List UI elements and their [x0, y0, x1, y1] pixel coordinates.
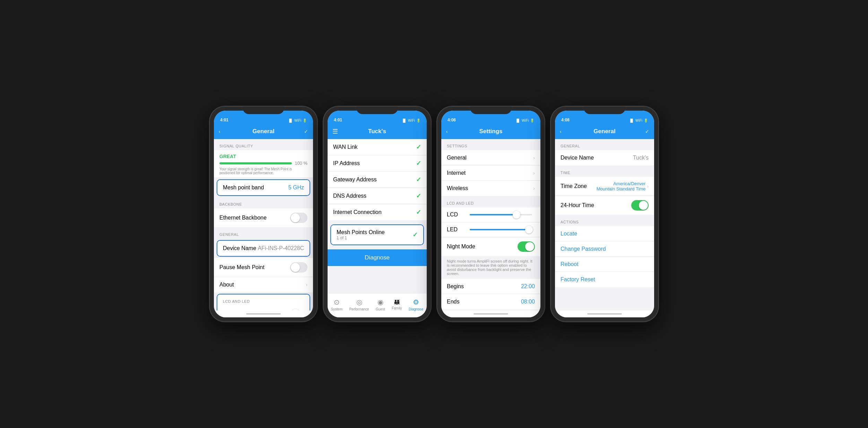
internet-settings-label: Internet: [447, 170, 466, 176]
lcd-led-box-1: LCD AND LED LED Night Mode: [217, 294, 310, 310]
reboot-row[interactable]: Reboot: [555, 257, 654, 272]
signal-progress-row: 100 %: [219, 161, 307, 166]
internet-check: ✓: [416, 208, 421, 216]
nav-check-1[interactable]: ✓: [304, 129, 308, 134]
mesh-points-text: Mesh Points Online 1 of 1: [337, 229, 385, 240]
mesh-points-sub: 1 of 1: [337, 236, 385, 240]
led-thumb[interactable]: [292, 309, 300, 310]
mesh-band-box[interactable]: Mesh point band 5 GHz: [217, 179, 310, 196]
pause-mesh-row[interactable]: Pause Mesh Point: [214, 258, 313, 277]
nav-menu-2[interactable]: ☰: [332, 128, 338, 135]
section-actions: ACTIONS: [555, 215, 654, 226]
ip-check: ✓: [416, 160, 421, 167]
hour24-row[interactable]: 24-Hour Time: [555, 196, 654, 215]
ends-row[interactable]: Ends 08:00: [441, 294, 540, 309]
lcd-slider-row[interactable]: LCD: [441, 207, 540, 222]
begins-row[interactable]: Begins 22:00: [441, 279, 540, 294]
dns-row: DNS Address ✓: [328, 188, 427, 204]
status-icons-1: ▐▌ WiFi 🔋: [288, 119, 307, 122]
toggle-thumb-night-3: [525, 242, 534, 251]
night-mode-toggle-3[interactable]: [518, 241, 535, 252]
family-tab-label: Family: [392, 306, 402, 310]
tab-system[interactable]: ⊙ System: [331, 298, 342, 311]
tab-guest[interactable]: ◉ Guest: [376, 298, 385, 311]
timezone-row[interactable]: Time Zone America/DenverMountain Standar…: [555, 177, 654, 196]
section-backbone: BACKBONE: [214, 197, 313, 208]
general-group-4: Device Name Tuck's: [555, 150, 654, 165]
led-slider-row[interactable]: LED: [217, 306, 310, 310]
lcd-slider[interactable]: [470, 214, 532, 215]
time-2: 4:01: [334, 118, 342, 122]
locate-row[interactable]: Locate: [555, 226, 654, 241]
mesh-points-box: Mesh Points Online 1 of 1 ✓: [330, 224, 424, 245]
mesh-points-check: ✓: [413, 231, 418, 239]
mesh-band-row[interactable]: Mesh point band 5 GHz: [217, 180, 310, 195]
toggle-thumb-pause: [291, 263, 300, 272]
led-thumb-3[interactable]: [525, 226, 533, 233]
section-general-1: GENERAL: [214, 228, 313, 239]
begins-label: Begins: [447, 283, 464, 290]
wifi-icon-4: WiFi: [635, 119, 642, 122]
lcd-thumb[interactable]: [513, 211, 520, 219]
locate-label[interactable]: Locate: [561, 231, 577, 237]
signal-desc: Your signal strength is great! The Mesh …: [219, 167, 307, 175]
notch-4: [584, 106, 625, 114]
device-name-box[interactable]: Device Name AFi-INS-P-40228C: [217, 240, 310, 257]
general-chevron: ›: [533, 155, 535, 161]
change-password-row[interactable]: Change Password: [555, 241, 654, 257]
internet-chevron: ›: [533, 170, 535, 176]
tab-family[interactable]: 👨‍👩‍👧 Family: [392, 299, 402, 310]
diagnose-button[interactable]: Diagnose: [328, 249, 427, 266]
wireless-settings-row[interactable]: Wireless ›: [441, 181, 540, 196]
gateway-label: Gateway Address: [333, 177, 376, 183]
nav-bar-3: ‹ Settings: [441, 124, 540, 139]
hour24-toggle[interactable]: [631, 200, 649, 211]
content-3: SETTINGS General › Internet › Wireless ›: [441, 139, 540, 310]
nav-back-4[interactable]: ‹: [560, 129, 562, 134]
home-indicator-4: [555, 310, 654, 317]
phone-1-frame: 4:01 ▐▌ WiFi 🔋 ‹ General ✓ SIGNAL QUALIT…: [210, 106, 317, 322]
factory-reset-label[interactable]: Factory Reset: [561, 276, 595, 283]
performance-icon: ◎: [356, 298, 362, 306]
phone-3-frame: 4:06 ▐▌ WiFi 🔋 ‹ Settings SETTINGS Gener…: [437, 106, 545, 322]
begins-value: 22:00: [521, 283, 535, 290]
nav-bar-1: ‹ General ✓: [214, 124, 313, 139]
factory-reset-row[interactable]: Factory Reset: [555, 272, 654, 287]
time-1: 4:01: [220, 118, 228, 122]
performance-tab-label: Performance: [349, 307, 369, 311]
wifi-icon-2: WiFi: [408, 119, 415, 122]
night-mode-note-3: Night mode turns AmpliFi screen off duri…: [441, 256, 540, 279]
nav-check-4[interactable]: ✓: [645, 129, 649, 134]
device-name-row-4[interactable]: Device Name Tuck's: [555, 150, 654, 165]
pause-mesh-toggle[interactable]: [290, 262, 307, 273]
reboot-label[interactable]: Reboot: [561, 261, 579, 267]
ethernet-backbone-toggle[interactable]: [290, 213, 307, 223]
nav-bar-4: ‹ General ✓: [555, 124, 654, 139]
led-fill-3: [470, 229, 529, 230]
led-slider-row-3[interactable]: LED: [441, 222, 540, 237]
mesh-points-row: Mesh Points Online 1 of 1 ✓: [331, 225, 423, 245]
tab-performance[interactable]: ◎ Performance: [349, 298, 369, 311]
nav-back-3[interactable]: ‹: [446, 129, 448, 134]
phone-4-screen: 4:08 ▐▌ WiFi 🔋 ‹ General ✓ GENERAL Devic…: [555, 111, 654, 317]
general-settings-row[interactable]: General ›: [441, 150, 540, 165]
timezone-value-container: America/DenverMountain Standard Time ›: [597, 181, 649, 191]
signal-quality-block: GREAT 100 % Your signal strength is grea…: [214, 150, 313, 178]
nav-title-1: General: [252, 128, 274, 135]
tab-diagnose[interactable]: ⚙ Diagnose: [409, 298, 423, 311]
internet-settings-row[interactable]: Internet ›: [441, 165, 540, 181]
ethernet-backbone-row[interactable]: Ethernet Backbone: [214, 208, 313, 227]
led-slider-3[interactable]: [470, 229, 532, 230]
mesh-band-label: Mesh point band: [223, 185, 264, 191]
status-icons-4: ▐▌ WiFi 🔋: [629, 119, 648, 122]
nav-title-3: Settings: [479, 128, 502, 135]
about-row[interactable]: About ›: [214, 277, 313, 292]
change-password-label[interactable]: Change Password: [561, 246, 606, 252]
nav-back-1[interactable]: ‹: [219, 129, 220, 134]
notch-3: [470, 106, 512, 114]
device-name-row[interactable]: Device Name AFi-INS-P-40228C: [217, 241, 310, 256]
battery-icon-3: 🔋: [530, 119, 534, 122]
pause-mesh-label: Pause Mesh Point: [219, 264, 264, 271]
phones-container: 4:01 ▐▌ WiFi 🔋 ‹ General ✓ SIGNAL QUALIT…: [210, 106, 658, 322]
night-mode-row-3[interactable]: Night Mode: [441, 237, 540, 256]
